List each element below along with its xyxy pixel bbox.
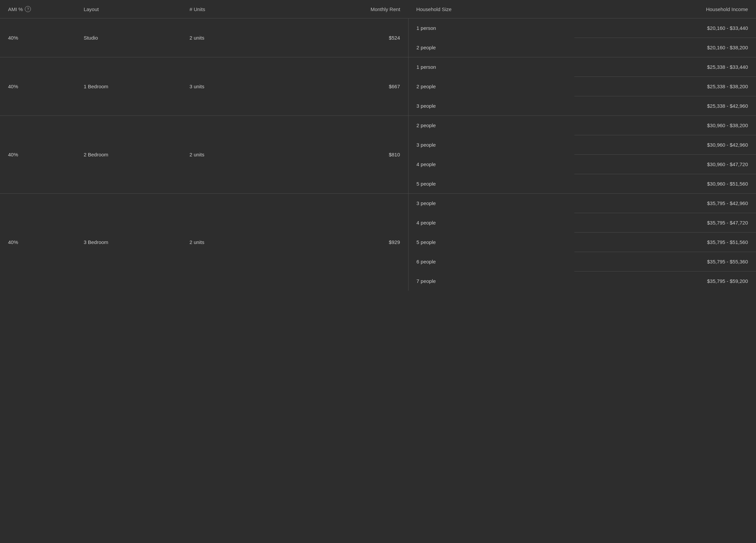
household-income-value: $25,338 - $42,960	[574, 96, 756, 116]
header-row: AMI % ? Layout # Units Monthly Rent Hous…	[0, 0, 756, 18]
household-size-value: 5 people	[408, 174, 574, 194]
household-size-value: 4 people	[408, 155, 574, 174]
household-size-value: 1 person	[408, 18, 574, 38]
col-size: Household Size	[408, 0, 574, 18]
ami-label: AMI % ?	[8, 6, 31, 12]
household-income-value: $20,160 - $33,440	[574, 18, 756, 38]
layout-value: 2 Bedroom	[76, 116, 181, 194]
household-income-value: $20,160 - $38,200	[574, 38, 756, 57]
household-income-value: $35,795 - $51,560	[574, 233, 756, 252]
household-size-value: 1 person	[408, 57, 574, 77]
household-size-value: 5 people	[408, 233, 574, 252]
units-value: 2 units	[181, 18, 317, 57]
table-row: 40%1 Bedroom3 units$6671 person$25,338 -…	[0, 57, 756, 77]
ami-value: 40%	[0, 194, 76, 291]
ami-col-label: AMI %	[8, 6, 23, 12]
col-income: Household Income	[574, 0, 756, 18]
table-row: 40%3 Bedroom2 units$9293 people$35,795 -…	[0, 194, 756, 213]
col-layout: Layout	[76, 0, 181, 18]
ami-table: AMI % ? Layout # Units Monthly Rent Hous…	[0, 0, 756, 291]
col-ami: AMI % ?	[0, 0, 76, 18]
household-size-value: 2 people	[408, 38, 574, 57]
ami-help-icon[interactable]: ?	[25, 6, 31, 12]
table-container: AMI % ? Layout # Units Monthly Rent Hous…	[0, 0, 756, 543]
layout-value: Studio	[76, 18, 181, 57]
household-size-value: 2 people	[408, 77, 574, 96]
household-size-value: 7 people	[408, 272, 574, 291]
household-income-value: $25,338 - $33,440	[574, 57, 756, 77]
rent-value: $667	[318, 57, 408, 116]
household-income-value: $35,795 - $55,360	[574, 252, 756, 272]
household-size-value: 3 people	[408, 194, 574, 213]
table-body: 40%Studio2 units$5241 person$20,160 - $3…	[0, 18, 756, 291]
units-value: 2 units	[181, 194, 317, 291]
household-size-value: 4 people	[408, 213, 574, 233]
units-value: 2 units	[181, 116, 317, 194]
household-size-value: 3 people	[408, 135, 574, 155]
household-income-value: $30,960 - $42,960	[574, 135, 756, 155]
col-units: # Units	[181, 0, 317, 18]
rent-value: $810	[318, 116, 408, 194]
household-income-value: $30,960 - $51,560	[574, 174, 756, 194]
household-income-value: $30,960 - $38,200	[574, 116, 756, 135]
household-size-value: 2 people	[408, 116, 574, 135]
rent-value: $929	[318, 194, 408, 291]
table-row: 40%Studio2 units$5241 person$20,160 - $3…	[0, 18, 756, 38]
household-income-value: $35,795 - $47,720	[574, 213, 756, 233]
ami-value: 40%	[0, 57, 76, 116]
household-income-value: $30,960 - $47,720	[574, 155, 756, 174]
col-rent: Monthly Rent	[318, 0, 408, 18]
layout-value: 1 Bedroom	[76, 57, 181, 116]
units-value: 3 units	[181, 57, 317, 116]
household-income-value: $35,795 - $42,960	[574, 194, 756, 213]
rent-value: $524	[318, 18, 408, 57]
ami-value: 40%	[0, 18, 76, 57]
household-size-value: 6 people	[408, 252, 574, 272]
ami-value: 40%	[0, 116, 76, 194]
household-income-value: $25,338 - $38,200	[574, 77, 756, 96]
layout-value: 3 Bedroom	[76, 194, 181, 291]
table-row: 40%2 Bedroom2 units$8102 people$30,960 -…	[0, 116, 756, 135]
household-income-value: $35,795 - $59,200	[574, 272, 756, 291]
household-size-value: 3 people	[408, 96, 574, 116]
